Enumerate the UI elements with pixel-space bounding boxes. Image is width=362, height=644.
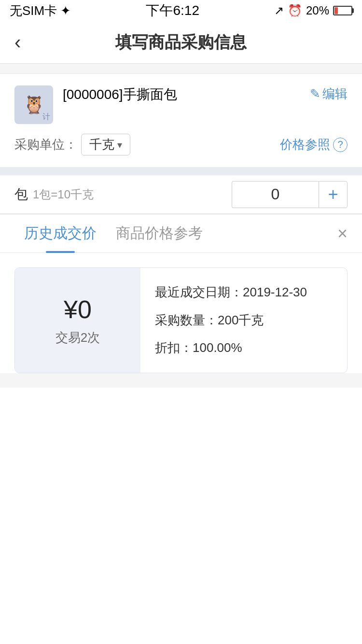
trade-recent-date-row: 最近成交日期：2019-12-30: [155, 282, 333, 303]
page-title: 填写商品采购信息: [115, 31, 247, 54]
discount-value: 100.00%: [193, 340, 242, 355]
recent-date-value: 2019-12-30: [243, 285, 307, 299]
tab-history-price-label: 历史成交价: [24, 224, 97, 243]
product-thumb-sub: 计: [42, 112, 50, 122]
section-divider: [0, 168, 362, 175]
product-thumbnail: 🦉 计: [14, 85, 53, 124]
edit-button[interactable]: ✎ 编辑: [310, 85, 348, 102]
close-button[interactable]: ×: [337, 225, 348, 242]
trade-discount-row: 折扣：100.00%: [155, 338, 333, 358]
location-icon: ↗: [274, 4, 284, 17]
trade-count: 交易2次: [56, 329, 100, 346]
dropdown-arrow-icon: ▾: [117, 139, 122, 151]
content-area: [0, 388, 362, 644]
trade-price: ¥0: [64, 294, 92, 324]
tab-product-price-ref[interactable]: 商品价格参考: [106, 214, 212, 253]
price-ref-button[interactable]: 价格参照 ?: [280, 136, 348, 153]
product-id: [0000006]: [63, 87, 123, 102]
product-name: [0000006]手撕面包: [63, 85, 177, 104]
unit-value: 千克: [89, 136, 114, 153]
quantity-plus-button[interactable]: +: [319, 181, 348, 208]
nav-bar: ‹ 填写商品采购信息: [0, 21, 362, 64]
edit-label: 编辑: [322, 85, 348, 102]
quantity-conversion: 1包=10千克: [33, 187, 232, 202]
status-right: ↗ ⏰ 20%: [274, 4, 352, 17]
quantity-input[interactable]: [232, 181, 319, 208]
alarm-icon: ⏰: [288, 4, 302, 17]
product-meta: 采购单位： 千克 ▾ 价格参照 ?: [14, 134, 348, 155]
battery-percent: 20%: [306, 4, 329, 17]
unit-selector-row: 采购单位： 千克 ▾: [14, 134, 130, 155]
info-icon: ?: [333, 138, 348, 152]
status-time: 下午6:12: [146, 1, 199, 20]
trade-card-right: 最近成交日期：2019-12-30 采购数量：200千克 折扣：100.00%: [140, 268, 347, 373]
product-full-name: [0000006]手撕面包: [63, 87, 177, 102]
price-ref-label: 价格参照: [280, 136, 330, 153]
discount-label: 折扣：: [155, 340, 193, 355]
battery-icon: [333, 6, 352, 15]
status-left: 无SIM卡 ✦: [10, 2, 71, 19]
product-header: 🦉 计 [0000006]手撕面包 ✎ 编辑: [14, 85, 348, 124]
tabs-row: 历史成交价 商品价格参考 ×: [0, 214, 362, 253]
product-card: 🦉 计 [0000006]手撕面包 ✎ 编辑 采购单位： 千克 ▾ 价格参照 ?: [0, 73, 362, 168]
quantity-unit-label: 包: [14, 185, 28, 204]
tab-history-price[interactable]: 历史成交价: [14, 214, 106, 253]
product-left: 🦉 计 [0000006]手撕面包: [14, 85, 177, 124]
trade-card-left: ¥0 交易2次: [15, 268, 140, 373]
back-button[interactable]: ‹: [10, 27, 26, 58]
trade-card: ¥0 交易2次 最近成交日期：2019-12-30 采购数量：200千克 折扣：…: [14, 267, 348, 373]
unit-select[interactable]: 千克 ▾: [81, 134, 130, 155]
status-bar: 无SIM卡 ✦ 下午6:12 ↗ ⏰ 20%: [0, 0, 362, 21]
carrier-text: 无SIM卡 ✦: [10, 2, 71, 19]
product-thumb-owl-icon: 🦉: [23, 95, 45, 115]
purchase-qty-value: 200千克: [218, 313, 264, 327]
unit-label: 采购单位：: [14, 137, 77, 152]
bottom-panel: 历史成交价 商品价格参考 × ¥0 交易2次 最近成交日期：2019-12-30…: [0, 214, 362, 373]
purchase-qty-label: 采购数量：: [155, 313, 218, 327]
quantity-row: 包 1包=10千克 +: [0, 175, 362, 214]
tab-product-price-ref-label: 商品价格参考: [116, 224, 203, 243]
product-name-text: 手撕面包: [123, 87, 177, 102]
edit-icon: ✎: [310, 86, 320, 101]
recent-date-label: 最近成交日期：: [155, 285, 243, 299]
trade-purchase-qty-row: 采购数量：200千克: [155, 310, 333, 331]
